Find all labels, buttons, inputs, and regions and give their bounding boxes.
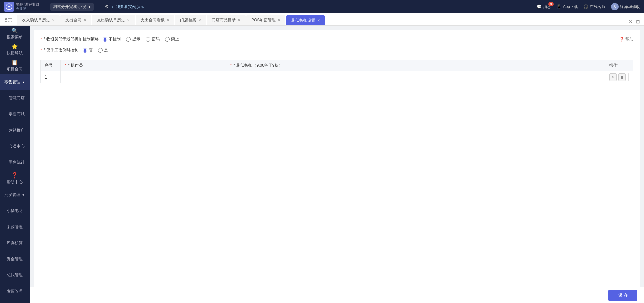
radio-remind[interactable]: 提示 <box>126 36 140 42</box>
sidebar-item-project-contract[interactable]: 📋 项目合同 <box>0 58 30 74</box>
chevron-up-icon: ▲ <box>22 80 25 84</box>
help-label: 帮助 <box>625 36 633 42</box>
tab-close-storefile[interactable]: ✕ <box>198 18 201 22</box>
tab-close-mindiscount[interactable]: ✕ <box>317 19 320 22</box>
control-strategy-options: 不控制 提示 密码 禁 <box>103 36 179 42</box>
sidebar-item-purchase[interactable]: 采购管理 <box>0 219 30 235</box>
sidebar-item-smart-store[interactable]: 智慧门店 <box>0 90 30 106</box>
sidebar-item-label: 发票管理 <box>7 289 23 294</box>
sidebar-item-label: 快捷导航 <box>7 50 23 56</box>
radio-forbid-label: 禁止 <box>171 36 179 42</box>
sidebar-item-batch-manage[interactable]: 批发管理 ▼ <box>0 187 30 203</box>
tab-store-file[interactable]: 门店档案 ✕ <box>175 15 206 25</box>
user-avatar-icon: 人 <box>611 3 619 10</box>
sidebar-item-label: 项目合同 <box>7 66 23 72</box>
radio-yes[interactable]: 是 <box>98 47 108 53</box>
col-header-operator: * * 操作员 <box>61 60 226 71</box>
radio-remind-input[interactable] <box>126 37 131 42</box>
sidebar-item-member-center[interactable]: 会员中心 <box>0 138 30 154</box>
message-button[interactable]: 💬 消息 8 <box>537 4 551 10</box>
control-strategy-row: * * 收银员低于最低折扣控制策略 不控制 提示 <box>40 36 633 42</box>
radio-no-control-input[interactable] <box>103 37 107 42</box>
settings-icon[interactable]: ⚙ <box>105 4 109 9</box>
sidebar-item-tax[interactable]: 税务管理 <box>0 299 30 303</box>
manual-control-label-text: * 仅手工改价时控制 <box>44 48 78 52</box>
radio-no-control[interactable]: 不控制 <box>103 36 121 42</box>
search-menu-icon: 🔍 <box>11 27 18 34</box>
tab-pay-board[interactable]: 支出合同看板 ✕ <box>136 15 174 25</box>
radio-no-label: 否 <box>89 47 93 53</box>
sidebar-item-accounting[interactable]: 总账管理 <box>0 267 30 283</box>
tab-expand-button[interactable]: ⊞ <box>635 18 641 25</box>
user-menu[interactable]: 人 徐泽华修改 <box>611 3 640 10</box>
col-header-seq: 序号 <box>41 60 61 71</box>
sidebar-item-retail-stats[interactable]: 零售统计 <box>0 154 30 170</box>
sidebar-item-label: 批发管理 <box>4 192 20 198</box>
tab-income-confirm[interactable]: 收入确认单历史 ✕ <box>17 15 60 25</box>
app-download-button[interactable]: 📱 App下载 <box>556 4 578 10</box>
tab-label: 收入确认单历史 <box>22 17 50 23</box>
tab-pay-contract[interactable]: 支出合同 ✕ <box>60 15 91 25</box>
table-header-row: 序号 * * 操作员 * * 最低折扣（9.00等于9折） <box>41 60 633 71</box>
save-button[interactable]: 保 存 <box>608 290 637 301</box>
sidebar-item-label: 零售管理 <box>4 79 20 85</box>
quick-nav-icon: ⭐ <box>11 43 18 50</box>
delete-row-button[interactable]: 🗑 <box>618 73 626 81</box>
sidebar-item-invoice[interactable]: 发票管理 <box>0 283 30 299</box>
tab-close-payboard[interactable]: ✕ <box>167 18 169 22</box>
app-selector[interactable]: 测试分开完成·小况 ▼ <box>50 3 94 11</box>
tab-pay-confirm[interactable]: 支出确认单历史 ✕ <box>92 15 135 25</box>
tab-close-pay[interactable]: ✕ <box>84 18 86 22</box>
sidebar-item-label: 会员中心 <box>9 144 25 149</box>
tab-label: 门店档案 <box>180 17 196 23</box>
sidebar-item-search-menu[interactable]: 🔍 搜索菜单 <box>0 26 30 42</box>
tab-home[interactable]: 首页 <box>0 15 16 25</box>
radio-password-input[interactable] <box>146 37 150 42</box>
online-service-label: 在线客服 <box>590 4 606 10</box>
tab-close-pos[interactable]: ✕ <box>278 18 280 22</box>
tab-pos-password[interactable]: POS加密管理 ✕ <box>246 15 285 25</box>
cell-action: ✎ 🗑 <box>605 71 633 83</box>
bottom-bar: 保 存 <box>30 287 644 303</box>
tab-min-discount[interactable]: 最低折扣设置 ✕ <box>286 15 325 26</box>
sidebar-item-retail-mall[interactable]: 零售商城 <box>0 106 30 122</box>
tab-label: POS加密管理 <box>251 17 276 23</box>
required-star: * <box>40 37 42 41</box>
tab-close-payconfirm[interactable]: ✕ <box>127 18 130 22</box>
radio-forbid[interactable]: 禁止 <box>165 36 179 42</box>
main-layout: 🔍 搜索菜单 ⭐ 快捷导航 📋 项目合同 零售管理 ▲ 智慧门店 零售商城 营销… <box>0 26 644 303</box>
radio-password[interactable]: 密码 <box>146 36 160 42</box>
sidebar-item-ecommerce[interactable]: 小畅电商 <box>0 203 30 219</box>
tab-label: 支出合同看板 <box>141 17 165 23</box>
cell-discount[interactable] <box>226 71 605 83</box>
tab-close-income[interactable]: ✕ <box>52 18 55 22</box>
sidebar-item-fund[interactable]: 资金管理 <box>0 251 30 267</box>
sidebar-item-marketing[interactable]: 营销推广 <box>0 122 30 138</box>
edit-row-button[interactable]: ✎ <box>609 73 617 81</box>
tab-label: 支出确认单历史 <box>97 17 125 23</box>
radio-forbid-input[interactable] <box>165 37 170 42</box>
demo-link-text: 我要看实例演示 <box>116 4 144 10</box>
sidebar-item-quick-nav[interactable]: ⭐ 快捷导航 <box>0 42 30 58</box>
manual-control-options: 否 是 <box>83 47 108 53</box>
sidebar-item-help-center[interactable]: ❓ 帮助中心 <box>0 170 30 187</box>
chevron-down-icon: ▼ <box>88 5 91 9</box>
online-service-button[interactable]: 🎧 在线客服 <box>583 4 606 10</box>
tab-close-storegoods[interactable]: ✕ <box>238 18 240 22</box>
sidebar-item-inventory[interactable]: 库存核算 <box>0 235 30 251</box>
cell-operator[interactable] <box>61 71 226 83</box>
sidebar-item-label: 零售统计 <box>9 160 25 165</box>
app-download-label: App下载 <box>563 4 578 10</box>
radio-yes-input[interactable] <box>98 48 103 53</box>
tab-close-all-button[interactable]: ✕ <box>627 18 634 25</box>
sidebar-item-retail-manage[interactable]: 零售管理 ▲ <box>0 74 30 90</box>
help-link[interactable]: ❓ 帮助 <box>619 36 633 42</box>
col-header-action: 操作 <box>605 60 633 71</box>
demo-link[interactable]: ○ 我要看实例演示 <box>112 4 144 10</box>
col-action-label: 操作 <box>609 63 618 68</box>
radio-no-input[interactable] <box>83 48 87 53</box>
sidebar-item-label: 帮助中心 <box>7 179 23 185</box>
radio-no[interactable]: 否 <box>83 47 93 53</box>
tab-store-goods[interactable]: 门店商品目录 ✕ <box>207 15 246 25</box>
content-area: ❓ 帮助 * * 收银员低于最低折扣控制策略 不控制 <box>30 26 644 287</box>
